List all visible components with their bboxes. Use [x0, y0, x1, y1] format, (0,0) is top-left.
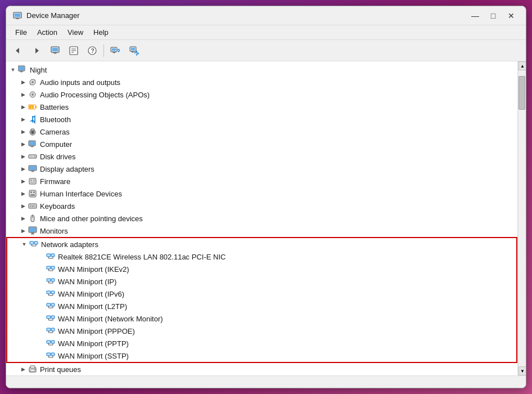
svg-rect-17: [112, 48, 116, 51]
bluetooth-icon: [28, 114, 38, 124]
tree-item-firmware[interactable]: ▶ Firmware: [6, 175, 517, 187]
title-bar-left: Device Manager: [13, 11, 80, 20]
keyboards-label: Keyboards: [40, 202, 75, 211]
toolbar-forward[interactable]: [28, 43, 45, 59]
keyboards-expand[interactable]: ▶: [19, 202, 28, 211]
menu-view[interactable]: View: [63, 27, 88, 38]
computer-expand[interactable]: ▶: [19, 140, 28, 149]
tree-item-wan-ikev2[interactable]: ▶ WAN Miniport (IKEv2): [7, 263, 516, 275]
svg-point-71: [32, 216, 33, 217]
root-expand-icon[interactable]: ▼: [8, 65, 17, 74]
tree-item-monitors[interactable]: ▶ Monitors: [6, 225, 517, 237]
toolbar-separator-1: [103, 44, 104, 57]
tree-item-realtek[interactable]: ▶ Realtek 8821CE Wireless LAN 802.11ac P…: [7, 250, 516, 263]
tree-item-hid[interactable]: ▶ Human Interface Devices: [6, 187, 517, 200]
toolbar-help[interactable]: ?: [84, 43, 101, 59]
scroll-track[interactable]: [519, 70, 526, 366]
wan-pptp-icon: [46, 338, 56, 348]
toolbar-show-hidden[interactable]: [47, 43, 64, 59]
realtek-label: Realtek 8821CE Wireless LAN 802.11ac PCI…: [58, 253, 226, 261]
tree-item-bluetooth[interactable]: ▶ Bluetooth: [6, 113, 517, 126]
maximize-button[interactable]: □: [485, 10, 501, 22]
wan-l2tp-label: WAN Miniport (L2TP): [58, 302, 127, 311]
menu-file[interactable]: File: [11, 27, 31, 38]
menu-help[interactable]: Help: [89, 27, 113, 38]
scrollbar[interactable]: ▲ ▼: [518, 61, 526, 375]
tree-item-print[interactable]: ▶ Print queues: [6, 363, 517, 375]
network-expand[interactable]: ▼: [20, 240, 29, 249]
tree-item-display[interactable]: ▶ Display adapters: [6, 163, 517, 175]
toolbar-properties[interactable]: [65, 43, 82, 59]
tree-item-wan-pptp[interactable]: ▶ WAN Miniport (PPTP): [7, 337, 516, 350]
wan-sstp-label: WAN Miniport (SSTP): [58, 352, 129, 360]
svg-rect-107: [47, 316, 51, 319]
mice-expand[interactable]: ▶: [19, 214, 28, 223]
scroll-up-button[interactable]: ▲: [519, 61, 526, 70]
toolbar-update-driver[interactable]: [125, 43, 142, 59]
realtek-icon: [46, 252, 56, 262]
batteries-expand[interactable]: ▶: [19, 102, 28, 111]
wan-ikev2-icon: [46, 264, 56, 274]
tree-item-wan-ip[interactable]: ▶ WAN Miniport (IP): [7, 275, 516, 288]
audio-apo-expand[interactable]: ▶: [19, 90, 28, 99]
tree-item-batteries[interactable]: ▶ ⚡ Batteries: [6, 101, 517, 113]
svg-rect-87: [47, 266, 51, 269]
hid-expand[interactable]: ▶: [19, 189, 28, 198]
svg-rect-56: [33, 180, 35, 181]
minimize-button[interactable]: —: [467, 10, 483, 22]
close-button[interactable]: ✕: [503, 10, 519, 22]
wan-pptp-label: WAN Miniport (PPTP): [58, 339, 129, 348]
hid-icon: [28, 189, 38, 199]
tree-item-keyboards[interactable]: ▶ Keyboards: [6, 200, 517, 212]
disk-expand[interactable]: ▶: [19, 152, 28, 161]
display-icon: [28, 164, 38, 174]
tree-item-wan-ipv6[interactable]: ▶ WAN Miniport (IPv6): [7, 288, 516, 300]
tree-item-wan-netmon[interactable]: ▶ WAN Miniport (Network Monitor): [7, 312, 516, 325]
svg-rect-83: [51, 254, 55, 257]
audio-io-label: Audio inputs and outputs: [40, 78, 120, 87]
monitors-expand[interactable]: ▶: [19, 226, 28, 235]
svg-rect-1: [15, 14, 20, 17]
svg-point-34: [31, 93, 34, 96]
scroll-thumb[interactable]: [519, 76, 525, 110]
svg-rect-102: [47, 303, 51, 306]
tree-item-wan-sstp[interactable]: ▶ WAN Miniport (SSTP): [7, 350, 516, 362]
svg-rect-122: [47, 353, 51, 356]
device-manager-window: Device Manager — □ ✕ File Action View He…: [6, 6, 526, 388]
tree-item-wan-l2tp[interactable]: ▶ WAN Miniport (L2TP): [7, 300, 516, 312]
firmware-expand[interactable]: ▶: [19, 177, 28, 186]
cameras-expand[interactable]: ▶: [19, 127, 28, 136]
toolbar-scan[interactable]: [107, 43, 124, 59]
tree-view[interactable]: ▼ Night ▶: [6, 61, 518, 375]
scroll-down-button[interactable]: ▼: [519, 366, 526, 375]
title-controls: — □ ✕: [467, 10, 519, 22]
svg-rect-93: [51, 279, 55, 281]
mouse-icon: [28, 213, 38, 223]
tree-item-mice[interactable]: ▶ Mice and other pointing devices: [6, 212, 517, 225]
display-expand[interactable]: ▶: [19, 164, 28, 173]
toolbar: ?: [6, 40, 526, 61]
svg-point-48: [34, 156, 36, 158]
svg-point-30: [31, 81, 34, 83]
tree-item-computer[interactable]: ▶ Computer: [6, 138, 517, 150]
bluetooth-expand[interactable]: ▶: [19, 115, 28, 124]
audio-io-expand[interactable]: ▶: [19, 78, 28, 87]
svg-rect-97: [47, 291, 51, 294]
tree-item-disk[interactable]: ▶ Disk drives: [6, 150, 517, 163]
svg-rect-82: [47, 254, 51, 257]
display-label: Display adapters: [40, 165, 94, 173]
print-expand[interactable]: ▶: [19, 365, 28, 374]
tree-item-wan-pppoe[interactable]: ▶ WAN Miniport (PPPOE): [7, 325, 516, 337]
svg-rect-112: [47, 328, 51, 331]
tree-item-audio-io[interactable]: ▶ Audio inputs and outputs: [6, 76, 517, 88]
svg-point-41: [32, 132, 34, 133]
tree-item-cameras[interactable]: ▶ Cameras: [6, 126, 517, 138]
tree-item-network[interactable]: ▼ Network adapters: [7, 238, 516, 250]
tree-root[interactable]: ▼ Night: [6, 64, 517, 76]
svg-rect-123: [51, 353, 55, 356]
tree-item-audio-apo[interactable]: ▶ Audio Processing Objects (APOs): [6, 88, 517, 101]
main-content: ▼ Night ▶: [6, 61, 526, 375]
wan-ipv6-icon: [46, 289, 56, 299]
toolbar-back[interactable]: [10, 43, 26, 59]
menu-action[interactable]: Action: [33, 27, 62, 38]
